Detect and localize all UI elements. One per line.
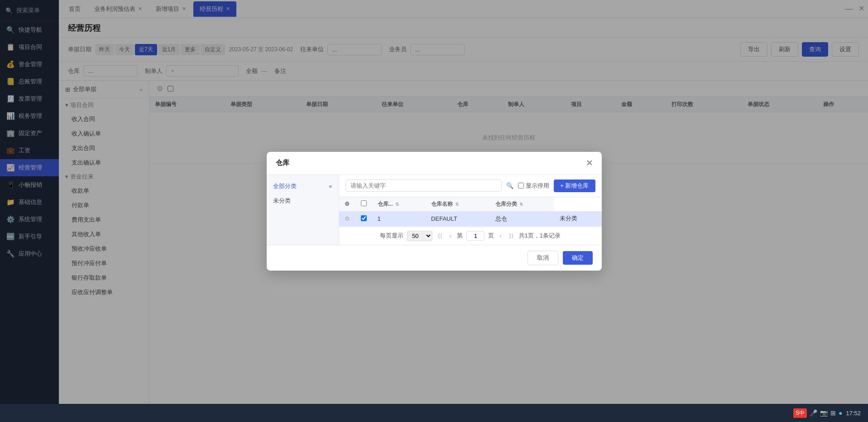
modal-search-bar: 🔍 显示停用 + 新增仓库 [339,175,602,197]
modal-table: ⚙ 仓库... ⇅ 仓库名称 [339,197,602,227]
warehouse-modal: 仓库 ✕ 全部分类 « 未分类 🔍 显 [267,152,602,271]
col-name: 仓库名称 ⇅ [426,197,490,212]
checkbox-col-header [355,197,372,212]
row-category: 未分类 [554,211,602,226]
row-seq: 1 [372,211,426,226]
taskbar-s-icon: S中 [793,408,807,418]
modal-first-page-button[interactable]: ⟨⟨ [436,233,444,239]
row-checkbox[interactable] [355,211,372,226]
modal-table-row-1[interactable]: ⚙ 1 DEFAULT 总仓 未分类 [339,211,602,226]
settings-col-icon[interactable]: ⚙ [345,201,350,207]
modal-pagination: 每页显示 50 100 ⟨⟨ ‹ 第 页 › ⟩⟩ 共1页，1条记录 [339,227,602,245]
taskbar-cam-icon: 📷 [820,409,828,417]
modal-left-panel: 全部分类 « 未分类 [267,175,339,245]
taskbar-time: 17:52 [846,410,861,417]
modal-right: 🔍 显示停用 + 新增仓库 ⚙ [339,175,602,245]
sort-category-icon[interactable]: ⇅ [519,202,523,207]
modal-title: 仓库 [276,159,289,167]
add-warehouse-button[interactable]: + 新增仓库 [554,179,595,192]
settings-col-header: ⚙ [339,197,355,212]
taskbar: S中 🎤 📷 ⊞ ● 17:52 [0,404,868,422]
modal-category-未分类[interactable]: 未分类 [267,193,339,209]
row-settings: ⚙ [339,211,355,226]
row-code: DEFAULT [426,211,490,226]
sort-name-icon[interactable]: ⇅ [455,202,459,207]
modal-last-page-button[interactable]: ⟩⟩ [507,233,515,239]
modal-overlay[interactable]: 仓库 ✕ 全部分类 « 未分类 🔍 显 [0,0,868,422]
modal-left-collapse-icon[interactable]: « [329,183,332,189]
modal-close-button[interactable]: ✕ [586,158,593,168]
modal-prev-page-button[interactable]: ‹ [448,233,453,239]
modal-page-suffix: 页 [488,232,494,240]
modal-select-all-checkbox[interactable] [361,200,367,206]
modal-table-header: ⚙ 仓库... ⇅ 仓库名称 [339,197,602,212]
row-name: 总仓 [490,211,554,226]
show-disabled-text: 显示停用 [526,182,549,190]
modal-cancel-button[interactable]: 取消 [528,251,558,265]
all-category-label: 全部分类 [273,182,297,190]
modal-all-category[interactable]: 全部分类 « [267,179,339,193]
modal-left-items: 未分类 [267,193,339,209]
show-disabled-checkbox[interactable] [518,183,524,189]
taskbar-grid-icon: ⊞ [830,409,836,417]
modal-confirm-button[interactable]: 确定 [563,251,593,265]
modal-total-info: 共1页，1条记录 [519,232,561,240]
modal-table-area: ⚙ 仓库... ⇅ 仓库名称 [339,197,602,227]
col-code: 仓库... ⇅ [372,197,426,212]
col-category: 仓库分类 ⇅ [490,197,554,212]
modal-page-label: 第 [457,232,463,240]
modal-page-size-select[interactable]: 50 100 [407,231,432,241]
show-disabled-label[interactable]: 显示停用 [518,182,549,190]
modal-table-body: ⚙ 1 DEFAULT 总仓 未分类 [339,211,602,226]
modal-next-page-button[interactable]: › [498,233,503,239]
modal-footer: 取消 确定 [267,245,602,271]
modal-body: 全部分类 « 未分类 🔍 显示停用 + 新增仓库 [267,175,602,245]
taskbar-icons: S中 🎤 📷 ⊞ ● [793,408,842,418]
modal-search-input[interactable] [345,179,502,192]
taskbar-dot-icon: ● [839,409,842,417]
modal-page-input[interactable] [466,231,484,241]
modal-search-icon[interactable]: 🔍 [506,182,513,189]
taskbar-mic-icon: 🎤 [810,409,817,417]
modal-header: 仓库 ✕ [267,152,602,175]
modal-page-size-label: 每页显示 [380,232,403,240]
sort-code-icon[interactable]: ⇅ [395,202,399,207]
